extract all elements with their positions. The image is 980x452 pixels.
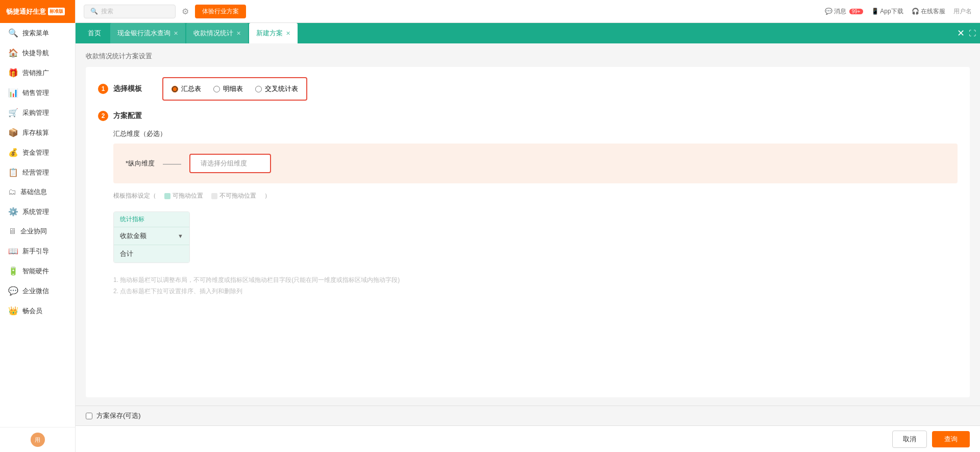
step1-num: 1	[98, 84, 108, 94]
movable-badge: 可拖动位置	[164, 192, 203, 200]
step2-num: 2	[98, 111, 108, 121]
metrics-table-container: 统计指标 收款金额 ▼ 合计	[113, 206, 958, 265]
gear-icon[interactable]: ⚙	[182, 7, 189, 16]
search-placeholder: 搜索	[101, 7, 113, 16]
arrow-icon: ——	[163, 158, 181, 169]
close-icon[interactable]: ✕	[174, 30, 178, 37]
step2-header: 2 方案配置	[98, 111, 958, 121]
app-download[interactable]: 📱 App下载	[871, 7, 903, 16]
footer-bar: 取消 查询	[76, 425, 980, 452]
radio-cross-input[interactable]	[255, 86, 262, 92]
page-title: 收款情况统计方案设置	[86, 52, 970, 61]
logo-badge: 标准版	[48, 8, 65, 15]
sidebar-label-system: 系统管理	[22, 207, 49, 217]
topbar-right: 💬 消息 99+ 📱 App下载 🎧 在线客服 用户名	[825, 7, 972, 16]
online-service[interactable]: 🎧 在线客服	[912, 7, 945, 16]
sidebar-icon-smart-hardware: 🔋	[8, 266, 18, 276]
tab-home[interactable]: 首页	[80, 23, 109, 43]
sidebar-item-search-menu[interactable]: 🔍搜索菜单	[0, 23, 75, 43]
sidebar-icon-system: ⚙️	[8, 207, 18, 217]
sidebar-icon-purchase: 🛒	[8, 108, 18, 117]
template-selection: 汇总表 明细表 交叉统计表	[162, 77, 307, 101]
radio-detail-input[interactable]	[213, 86, 220, 92]
radio-summary-input[interactable]	[172, 86, 178, 92]
avatar: 用	[31, 433, 45, 447]
sidebar-item-marketing[interactable]: 🎁营销推广	[0, 63, 75, 83]
sidebar-item-enterprise-wechat[interactable]: 💬企业微信	[0, 281, 75, 301]
sidebar-logo: 畅捷通好生意 标准版	[0, 0, 75, 23]
radio-detail[interactable]: 明细表	[213, 84, 243, 93]
message-item[interactable]: 💬 消息 99+	[825, 7, 863, 16]
user-info[interactable]: 用户名	[953, 7, 972, 16]
sidebar-icon-operations: 📋	[8, 168, 18, 177]
cancel-button[interactable]: 取消	[892, 431, 927, 448]
main-card: 1 选择模板 汇总表 明细表 交叉统计表	[86, 67, 970, 397]
sidebar-icon-sales: 📊	[8, 88, 18, 98]
industry-btn[interactable]: 体验行业方案	[195, 5, 246, 18]
sidebar-label-beginner-guide: 新手引导	[22, 247, 49, 256]
close-window-icon[interactable]: ✕	[957, 28, 965, 39]
sidebar: 畅捷通好生意 标准版 🔍搜索菜单🏠快捷导航🎁营销推广📊销售管理🛒采购管理📦库存核…	[0, 0, 76, 452]
radio-cross[interactable]: 交叉统计表	[255, 84, 298, 93]
sidebar-label-smart-hardware: 智能硬件	[22, 267, 49, 276]
metrics-section-header: 统计指标	[114, 212, 189, 227]
logo-text: 畅捷通好生意	[6, 7, 46, 16]
main-content: 🔍 搜索 ⚙ 体验行业方案 💬 消息 99+ 📱 App下载 🎧 在线客服 用户…	[76, 0, 980, 452]
dimension-title: 汇总维度（必选）	[113, 129, 958, 138]
sidebar-item-capital[interactable]: 💰资金管理	[0, 142, 75, 162]
sidebar-item-smart-hardware[interactable]: 🔋智能硬件	[0, 261, 75, 281]
save-checkbox[interactable]	[86, 413, 92, 419]
sidebar-label-purchase: 采购管理	[22, 108, 49, 117]
content-area: 收款情况统计方案设置 1 选择模板 汇总表 明细表	[76, 43, 980, 406]
metrics-col-cell[interactable]: 收款金额 ▼	[114, 227, 189, 245]
sidebar-item-member[interactable]: 👑畅会员	[0, 301, 75, 321]
metrics-hint: 模板指标设定（ 可拖动位置 不可拖动位置 ）	[113, 192, 958, 200]
sidebar-label-basic-info: 基础信息	[20, 187, 47, 197]
sidebar-icon-member: 👑	[8, 306, 18, 316]
sidebar-label-marketing: 营销推广	[22, 68, 49, 78]
topbar-search[interactable]: 🔍 搜索	[84, 5, 176, 18]
sidebar-item-beginner-guide[interactable]: 📖新手引导	[0, 241, 75, 261]
sidebar-item-basic-info[interactable]: 🗂基础信息	[0, 182, 75, 202]
chevron-down-icon: ▼	[178, 233, 183, 239]
metrics-section: 模板指标设定（ 可拖动位置 不可拖动位置 ）	[113, 192, 958, 265]
sidebar-label-operations: 经营管理	[22, 168, 49, 177]
close-icon[interactable]: ✕	[236, 30, 241, 37]
sidebar-icon-marketing: 🎁	[8, 68, 18, 78]
tab-collection-stats[interactable]: 收款情况统计 ✕	[186, 23, 248, 43]
sidebar-item-purchase[interactable]: 🛒采购管理	[0, 103, 75, 123]
tab-bank-flow[interactable]: 现金银行流水查询 ✕	[110, 23, 185, 43]
sidebar-icon-basic-info: 🗂	[8, 187, 16, 197]
step1-header: 1 选择模板 汇总表 明细表 交叉统计表	[98, 77, 958, 101]
dimension-area: 纵向维度 —— 请选择分组维度	[113, 144, 958, 183]
dimension-label: 纵向维度	[126, 159, 155, 168]
sidebar-icon-beginner-guide: 📖	[8, 246, 18, 256]
sidebar-item-system[interactable]: ⚙️系统管理	[0, 202, 75, 222]
save-checkbox-label[interactable]: 方案保存(可选)	[96, 411, 141, 420]
sidebar-item-enterprise-coop[interactable]: 🖥企业协同	[0, 222, 75, 241]
tabbar: 首页 现金银行流水查询 ✕ 收款情况统计 ✕ 新建方案 ✕ ✕ ⛶	[76, 23, 980, 43]
step2-label: 方案配置	[113, 111, 142, 121]
close-icon[interactable]: ✕	[286, 30, 290, 37]
query-button[interactable]: 查询	[932, 431, 970, 447]
sidebar-label-inventory: 库存核算	[22, 128, 49, 137]
metrics-config-label: 模板指标设定（	[113, 192, 156, 200]
sidebar-icon-inventory: 📦	[8, 128, 18, 137]
sidebar-label-quick-nav: 快捷导航	[22, 49, 49, 58]
sidebar-label-enterprise-coop: 企业协同	[20, 227, 47, 236]
tips-section: 1. 拖动标题栏可以调整布局，不可跨维度或指标区域拖动栏目字段(只能在同一维度或…	[113, 275, 958, 297]
bottom-save-section: 方案保存(可选)	[76, 406, 980, 425]
dimension-select[interactable]: 请选择分组维度	[189, 154, 271, 173]
step1-label: 选择模板	[113, 84, 142, 93]
sidebar-item-sales[interactable]: 📊销售管理	[0, 83, 75, 103]
expand-icon[interactable]: ⛶	[969, 29, 976, 37]
sidebar-label-enterprise-wechat: 企业微信	[22, 287, 49, 296]
sidebar-item-operations[interactable]: 📋经营管理	[0, 162, 75, 182]
sidebar-item-inventory[interactable]: 📦库存核算	[0, 123, 75, 142]
sidebar-bottom: 用	[0, 427, 75, 452]
radio-summary[interactable]: 汇总表	[172, 84, 201, 93]
tab-new-plan[interactable]: 新建方案 ✕	[249, 23, 298, 43]
sidebar-item-quick-nav[interactable]: 🏠快捷导航	[0, 43, 75, 63]
tip-2: 2. 点击标题栏下拉可设置排序、插入列和删除列	[113, 286, 958, 297]
config-inner: 汇总维度（必选） 纵向维度 —— 请选择分组维度 模板指标设定（	[98, 129, 958, 297]
